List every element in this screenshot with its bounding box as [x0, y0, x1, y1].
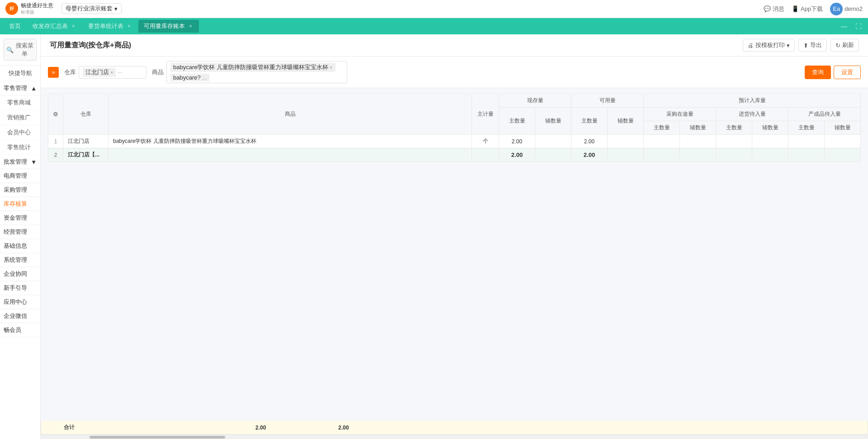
- query-button[interactable]: 查询: [805, 66, 831, 79]
- tab-order-stats[interactable]: 要货单统计表 ×: [83, 20, 137, 33]
- warehouse-tag-jibei: 江北门店 ×: [83, 68, 116, 77]
- logo-text-block: 畅捷通好生意 标准版: [21, 2, 53, 15]
- sidebar-item-retail-mall[interactable]: 零售商城: [0, 95, 40, 110]
- sidebar-item-operation[interactable]: 经营管理: [0, 225, 40, 239]
- enterprise-label: 企业协同: [4, 270, 27, 278]
- sidebar-search-area: 🔍 搜索菜单: [0, 34, 40, 66]
- sidebar-item-appcenter[interactable]: 应用中心: [0, 295, 40, 309]
- inventory-label: 库存核算: [4, 200, 27, 208]
- system-label: 系统管理: [4, 256, 27, 264]
- sidebar-item-marketing[interactable]: 营销推广: [0, 110, 40, 125]
- filter-expand-button[interactable]: »: [48, 67, 59, 78]
- tab-order-stats-close[interactable]: ×: [126, 23, 132, 30]
- expand-icon: »: [52, 69, 55, 76]
- row-1-pt-main: [644, 135, 680, 148]
- sidebar-item-system[interactable]: 系统管理: [0, 253, 40, 267]
- export-button[interactable]: ⬆ 导出: [798, 39, 827, 52]
- sidebar-item-wechat[interactable]: 企业微信: [0, 309, 40, 323]
- tab-available-stock-close[interactable]: ×: [188, 23, 193, 30]
- table-scrollbar[interactable]: [41, 434, 868, 439]
- product-tag-area[interactable]: babycare学饮杯 儿童防摔防撞吸管杯重力球吸嘴杯宝宝水杯 × babyca…: [166, 61, 347, 83]
- product-tag-2: babycare? ...: [170, 74, 209, 81]
- avatar: Ea: [830, 3, 843, 15]
- refresh-button[interactable]: ↻ 刷新: [830, 39, 859, 52]
- tab-receive-pay-close[interactable]: ×: [71, 23, 76, 30]
- sidebar-item-quick-nav[interactable]: 快捷导航: [0, 66, 40, 81]
- th-pt-main: 主数量: [644, 121, 680, 135]
- vip-label: 畅会员: [4, 326, 21, 334]
- tab-available-stock[interactable]: 可用量库存账本 ×: [138, 20, 199, 33]
- settings-icon[interactable]: ⚙: [53, 111, 58, 118]
- tab-order-stats-label: 要货单统计表: [88, 22, 123, 30]
- th-goods-incoming: 进货待入量: [716, 108, 788, 121]
- warehouse-tag-area[interactable]: 江北门店 × ···: [79, 66, 146, 79]
- sidebar-item-vip[interactable]: 畅会员: [0, 323, 40, 337]
- chat-button[interactable]: 💬 消息: [764, 5, 784, 13]
- settings-button[interactable]: 设置: [834, 66, 861, 79]
- th-purchase-transit: 采购在途量: [644, 108, 716, 121]
- row-1-avail-main: 2.00: [571, 135, 608, 148]
- page-actions: 🖨 按模板打印 ▾ ⬆ 导出 ↻ 刷新: [743, 39, 859, 52]
- logo-app-name: 畅捷通好生意: [21, 2, 53, 9]
- sidebar-item-enterprise[interactable]: 企业协同: [0, 267, 40, 281]
- basic-label: 基础信息: [4, 242, 27, 250]
- sidebar-item-newbie[interactable]: 新手引导: [0, 281, 40, 295]
- th-avail-aux: 辅数量: [608, 108, 644, 135]
- sidebar-item-ecommerce[interactable]: 电商管理: [0, 169, 40, 183]
- member-label: 会员中心: [7, 129, 31, 136]
- th-unit: 主计量: [472, 94, 499, 135]
- warehouse-tag-close[interactable]: ×: [110, 70, 113, 75]
- sidebar-item-inventory[interactable]: 库存核算: [0, 197, 40, 211]
- user-area[interactable]: Ea demo2: [830, 3, 863, 15]
- sidebar-item-finance[interactable]: 资金管理: [0, 211, 40, 225]
- scroll-thumb[interactable]: [90, 436, 225, 439]
- print-template-button[interactable]: 🖨 按模板打印 ▾: [743, 39, 795, 52]
- table-area: ⚙ 仓库 商品 主计量 现存量 可用量 预计入库量 主数量 辅数量 主数量 辅数…: [41, 88, 868, 421]
- sidebar-item-basic[interactable]: 基础信息: [0, 239, 40, 253]
- search-menu-button[interactable]: 🔍 搜索菜单: [4, 39, 37, 61]
- row-1-stock-main: 2.00: [499, 135, 535, 148]
- table-row: 1 江北门店 babycare学饮杯 儿童防摔防撞吸管杯重力球吸嘴杯宝宝水杯 个…: [48, 135, 861, 148]
- quick-nav-label: 快捷导航: [9, 69, 32, 77]
- sidebar-item-purchase[interactable]: 采购管理: [0, 183, 40, 197]
- sidebar-item-wholesale[interactable]: 批发管理 ▼: [0, 155, 40, 169]
- product-tag-2-text: babycare?: [173, 74, 201, 81]
- row-1-gi-aux: [752, 135, 788, 148]
- row-2-avail-aux: [608, 148, 644, 162]
- print-chevron-icon: ▾: [787, 42, 790, 49]
- sidebar-item-retail-stats[interactable]: 零售统计: [0, 140, 40, 155]
- chat-icon: 💬: [764, 5, 771, 12]
- content-area: 可用量查询(按仓库+商品) 🖨 按模板打印 ▾ ⬆ 导出 ↻ 刷新: [41, 34, 868, 439]
- top-bar-left: 好 畅捷通好生意 标准版 母婴行业演示账套 ▾: [5, 2, 122, 15]
- tab-receive-pay[interactable]: 收发存汇总表 ×: [27, 20, 82, 33]
- sidebar-item-member[interactable]: 会员中心: [0, 125, 40, 140]
- tab-minimize-button[interactable]: —: [838, 22, 850, 31]
- chevron-down-icon: ▾: [114, 5, 118, 12]
- warehouse-label: 仓库: [64, 68, 76, 76]
- tab-home[interactable]: 首页: [4, 20, 26, 33]
- row-2-warehouse: 江北门店【...: [63, 148, 108, 162]
- sidebar-item-retail[interactable]: 零售管理 ▲: [0, 81, 40, 95]
- newbie-label: 新手引导: [4, 284, 27, 292]
- tab-maximize-button[interactable]: ⛶: [853, 22, 864, 31]
- industry-selector[interactable]: 母婴行业演示账套 ▾: [61, 3, 122, 14]
- app-download-button[interactable]: 📱 App下载: [792, 5, 823, 13]
- phone-icon: 📱: [792, 5, 799, 12]
- purchase-label: 采购管理: [4, 186, 27, 194]
- printer-icon: 🖨: [748, 42, 754, 49]
- row-1-pi-main: [788, 135, 825, 148]
- footer-stock-main: 2.00: [255, 425, 266, 431]
- retail-arrow-icon: ▲: [31, 85, 37, 92]
- row-1-warehouse: 江北门店: [63, 135, 108, 148]
- page-title: 可用量查询(按仓库+商品): [50, 41, 131, 50]
- row-1-num: 1: [48, 135, 63, 148]
- warehouse-more-dots[interactable]: ···: [118, 69, 122, 76]
- product-tag-1-close[interactable]: ×: [330, 65, 332, 70]
- tab-receive-pay-label: 收发存汇总表: [33, 22, 68, 30]
- product-label: 商品: [152, 68, 164, 76]
- th-forecast-group: 预计入库量: [644, 94, 861, 108]
- row-1-gi-main: [716, 135, 752, 148]
- table-footer: 合计 2.00 2.00: [41, 421, 868, 434]
- th-product-incoming: 产成品待入量: [788, 108, 861, 121]
- row-1-pt-aux: [680, 135, 716, 148]
